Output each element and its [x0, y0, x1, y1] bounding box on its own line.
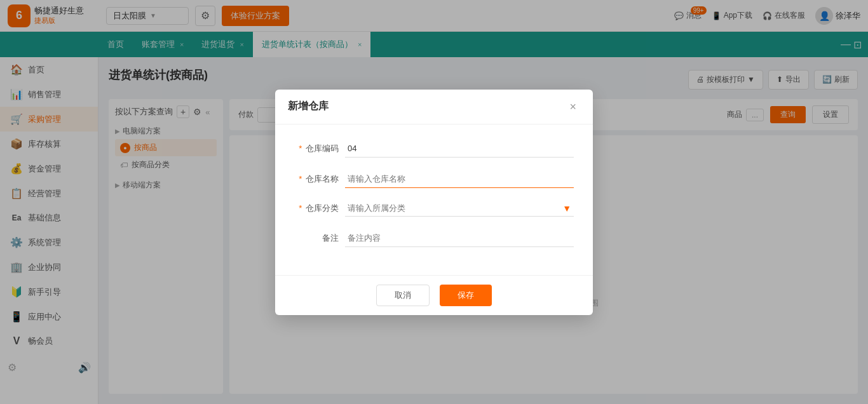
category-dropdown-arrow: ▼: [562, 203, 571, 213]
form-row-remark: 备注: [294, 229, 574, 247]
modal-footer: 取消 保存: [275, 275, 593, 315]
required-star-code: *: [299, 144, 302, 153]
save-button[interactable]: 保存: [440, 285, 492, 306]
code-label-text: 仓库编码: [306, 144, 339, 153]
modal-body: * 仓库编码 * 仓库名称 * 仓库分类: [275, 125, 593, 275]
cancel-button[interactable]: 取消: [376, 285, 430, 306]
modal-title: 新增仓库: [288, 100, 329, 113]
warehouse-category-select-wrap[interactable]: ▼: [345, 201, 574, 217]
modal-close-button[interactable]: ×: [566, 100, 580, 114]
form-row-name: * 仓库名称: [294, 170, 574, 188]
warehouse-name-input[interactable]: [345, 170, 574, 188]
remark-label-text: 备注: [322, 233, 339, 243]
warehouse-remark-input[interactable]: [345, 229, 574, 247]
modal-overlay[interactable]: 新增仓库 × * 仓库编码 * 仓库名称: [0, 0, 868, 404]
category-label-text: 仓库分类: [306, 203, 339, 213]
warehouse-code-input[interactable]: [345, 140, 574, 158]
name-label: * 仓库名称: [294, 173, 339, 185]
new-warehouse-modal: 新增仓库 × * 仓库编码 * 仓库名称: [275, 90, 593, 315]
warehouse-category-input[interactable]: [348, 203, 562, 213]
form-row-category: * 仓库分类 ▼: [294, 201, 574, 217]
form-row-code: * 仓库编码: [294, 140, 574, 158]
required-star-name: *: [299, 174, 302, 184]
code-label: * 仓库编码: [294, 143, 339, 154]
modal-header: 新增仓库 ×: [275, 90, 593, 125]
required-star-category: *: [299, 203, 302, 213]
remark-label: 备注: [294, 232, 339, 244]
name-label-text: 仓库名称: [306, 174, 339, 184]
category-label: * 仓库分类: [294, 203, 339, 214]
